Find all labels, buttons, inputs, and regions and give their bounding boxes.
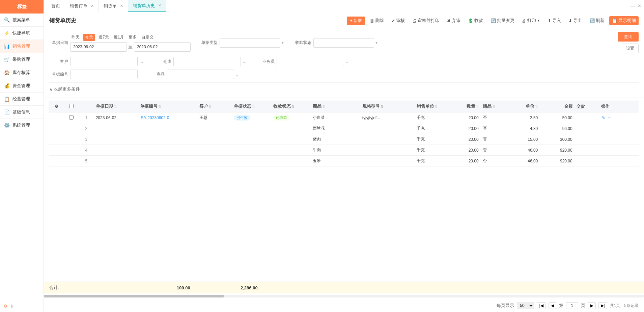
customer-ellipsis[interactable]: ...	[138, 58, 144, 64]
doc-type-input[interactable]	[220, 38, 280, 48]
customer-input[interactable]	[70, 57, 138, 66]
salesman-ellipsis[interactable]: ...	[345, 58, 351, 64]
sidebar-bottom: ⚙ ⏸	[0, 300, 44, 312]
cell-doc-no[interactable]	[138, 123, 197, 134]
cell-doc-no[interactable]: SA-20230602-0	[138, 112, 197, 123]
doc-status-sort-icon[interactable]: ⇅	[252, 105, 255, 108]
goods-ellipsis[interactable]: ...	[235, 71, 241, 77]
next-page-btn[interactable]: ▶	[588, 302, 596, 309]
col-checkbox-header	[64, 101, 79, 112]
doc-date-sort-icon[interactable]: ⇅	[114, 105, 117, 108]
current-page-input[interactable]	[566, 302, 578, 309]
cell-goods: 猪肉	[311, 134, 360, 145]
date-today-btn[interactable]: 今天	[83, 34, 95, 41]
warehouse-input[interactable]	[173, 57, 241, 66]
window-close-btn[interactable]: ✕	[638, 3, 641, 8]
date-custom-btn[interactable]: 自定义	[140, 34, 155, 41]
window-minimize-btn[interactable]: —	[631, 3, 635, 8]
sidebar-item-label: 销售管理	[12, 43, 30, 49]
show-detail-button[interactable]: 📋 显示明细	[609, 16, 639, 25]
query-button[interactable]: 查询	[618, 32, 639, 42]
first-page-btn[interactable]: |◀	[537, 302, 545, 309]
print-button[interactable]: 🖨 打印 ▼	[519, 16, 543, 25]
prev-page-btn[interactable]: ◀	[549, 302, 556, 309]
tab-sales-goods-close[interactable]: ✕	[120, 4, 123, 8]
export-button[interactable]: ⬇ 导出	[566, 16, 585, 25]
row-checkbox[interactable]	[69, 115, 74, 120]
doc-no-sort-icon[interactable]: ⇅	[158, 105, 161, 108]
last-page-btn[interactable]: ▶|	[598, 302, 607, 309]
date-yesterday-btn[interactable]: 昨天	[70, 34, 81, 41]
batch-change-button[interactable]: 🔄 批量变更	[488, 16, 517, 25]
doc-type-dropdown-icon[interactable]: ▼	[281, 41, 284, 45]
date-to-input[interactable]	[134, 42, 191, 52]
cell-doc-no[interactable]	[138, 156, 197, 166]
sidebar-item-search-menu[interactable]: 🔍 搜索菜单	[0, 14, 44, 27]
customer-sort-icon[interactable]: ⇅	[209, 105, 212, 108]
col-doc-status-header: 单据状态⇅	[232, 101, 271, 112]
sidebar-collapse-icon[interactable]: ⏸	[10, 304, 15, 309]
doc-no-link[interactable]: SA-20230602-0	[140, 115, 170, 120]
date-more-btn[interactable]: 更多	[127, 34, 138, 41]
cell-goods: 小白菜	[311, 112, 360, 123]
action-edit-btn[interactable]: ✎	[601, 115, 606, 120]
page-size-select[interactable]: 50 10 20 100	[517, 302, 534, 309]
date-7days-btn[interactable]: 近7天	[97, 34, 110, 41]
col-settings[interactable]: ⚙	[49, 101, 64, 112]
horizontal-scrollbar[interactable]	[44, 295, 644, 297]
cell-doc-no[interactable]	[138, 134, 197, 145]
tab-sales-order-label: 销售订单	[70, 3, 87, 9]
sidebar-item-operations[interactable]: 📋 经营管理	[0, 93, 44, 106]
unit-sort-icon[interactable]: ⇅	[435, 105, 438, 108]
table-row: 1 2023-06-02 SA-20230602-0 王总 已生效 已收款 小白…	[49, 112, 639, 123]
price-sort-icon[interactable]: ⇅	[535, 105, 538, 108]
audit-print-button[interactable]: 🖨 审核并打印	[410, 16, 442, 25]
doc-no-input[interactable]	[70, 70, 138, 79]
tab-home[interactable]: 首页	[47, 0, 65, 12]
date-1month-btn[interactable]: 近1月	[112, 34, 125, 41]
scrollbar-thumb[interactable]	[44, 295, 224, 297]
cell-rownum: 2	[79, 123, 94, 134]
collect-button[interactable]: 💲 收款	[465, 16, 486, 25]
tab-sales-history[interactable]: 销货单历史 ✕	[128, 0, 166, 12]
tab-sales-order[interactable]: 销售订单 ✕	[65, 0, 99, 12]
import-button[interactable]: ⬆ 导入	[545, 16, 564, 25]
salesman-input[interactable]	[277, 57, 344, 66]
pay-status-input[interactable]	[313, 38, 374, 48]
action-more-btn[interactable]: ⋯	[607, 115, 612, 120]
customer-label: 客户	[49, 59, 68, 64]
collapse-button[interactable]: ∧ 收起更多条件	[49, 85, 639, 94]
sidebar-item-basic-info[interactable]: 📄 基础信息	[0, 106, 44, 119]
gift-sort-icon[interactable]: ⇅	[492, 105, 495, 108]
pay-status-sort-icon[interactable]: ⇅	[291, 105, 294, 108]
cell-action	[599, 123, 639, 134]
tab-sales-order-close[interactable]: ✕	[91, 4, 94, 8]
spec-sort-icon[interactable]: ⇅	[381, 105, 383, 108]
select-all-checkbox[interactable]	[69, 104, 74, 108]
sidebar-settings-icon[interactable]: ⚙	[3, 304, 7, 309]
sidebar-item-system[interactable]: ⚙️ 系统管理	[0, 119, 44, 132]
sidebar-item-quick-nav[interactable]: ⚡ 快捷导航	[0, 27, 44, 40]
audit-button[interactable]: ✔ 审核	[389, 16, 408, 25]
abandon-button[interactable]: ✖ 弃审	[444, 16, 463, 25]
sidebar-item-sales-mgmt[interactable]: 📊 销售管理	[0, 40, 44, 53]
sidebar-item-inventory[interactable]: 🏠 库存核算	[0, 66, 44, 79]
qty-sort-icon[interactable]: ⇅	[476, 105, 479, 108]
date-from-input[interactable]	[70, 42, 127, 52]
sidebar-item-finance[interactable]: 💰 资金管理	[0, 79, 44, 93]
setting-button[interactable]: 设置	[622, 44, 639, 53]
goods-sort-icon[interactable]: ⇅	[322, 105, 325, 108]
warehouse-ellipsis[interactable]: ...	[242, 58, 248, 64]
tab-sales-history-close[interactable]: ✕	[158, 3, 161, 8]
col-amount-header: 金额	[540, 101, 574, 112]
delete-button[interactable]: 🗑 删除	[367, 16, 387, 25]
cell-action	[599, 134, 639, 145]
pay-status-dropdown-icon[interactable]: ▼	[375, 41, 378, 45]
tab-sales-goods[interactable]: 销货单 ✕	[99, 0, 128, 12]
refresh-button[interactable]: 🔃 刷新	[587, 16, 607, 25]
new-button[interactable]: + 新增	[347, 17, 365, 25]
sidebar-item-purchase-mgmt[interactable]: 🛒 采购管理	[0, 53, 44, 66]
table-row: 3 猪肉 千克 20.00 否 15.00 300.00	[49, 134, 639, 145]
goods-input[interactable]	[167, 70, 234, 79]
cell-doc-no[interactable]	[138, 145, 197, 156]
